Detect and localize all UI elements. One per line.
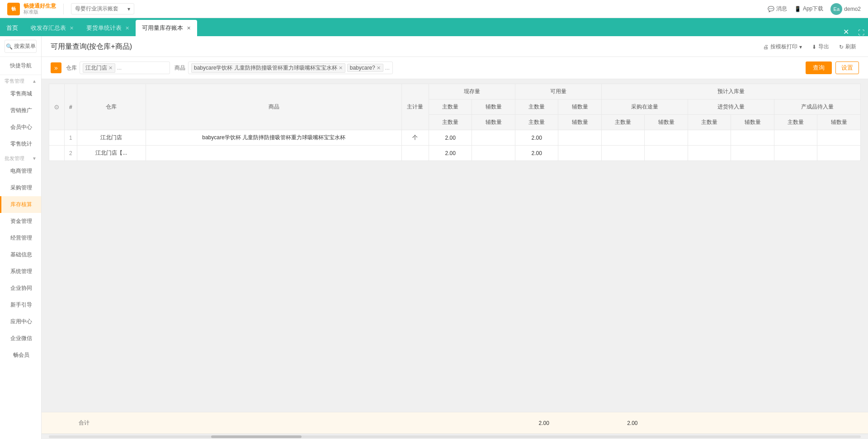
th-pt-main: 主数量	[601, 115, 645, 130]
sidebar-item-member-center[interactable]: 会员中心	[0, 119, 41, 136]
maximize-button[interactable]: ⛶	[854, 29, 868, 36]
page-header: 可用量查询(按仓库+商品) 🖨 按模板打印 ▾ ⬇ 导出 ↻ 刷新	[42, 36, 868, 57]
sidebar-item-vip-label: 畅会员	[13, 351, 29, 359]
filter-expand-button[interactable]: »	[51, 62, 61, 73]
message-button[interactable]: 💬 消息	[768, 5, 787, 13]
product-tag-babycare2-close[interactable]: ✕	[377, 65, 381, 71]
sidebar-item-vip-member[interactable]: 畅会员	[0, 347, 41, 363]
sidebar-wholesale-mgmt-label: 批发管理	[5, 155, 24, 162]
export-icon: ⬇	[812, 44, 816, 50]
top-bar: 畅 畅捷通好生意 标准版 母婴行业演示账套 ▾ 💬 消息 📱 App下载 Ea …	[0, 0, 868, 18]
search-menu-button[interactable]: 🔍 搜索菜单	[5, 40, 37, 53]
tab-home[interactable]: 首页	[0, 20, 24, 36]
summary-pp-aux	[832, 417, 860, 429]
sidebar-item-new-guide[interactable]: 新手引导	[0, 297, 41, 313]
product-tag-babycare2: babycare? ✕	[347, 64, 383, 72]
sidebar-item-purchase-mgmt[interactable]: 采购管理	[0, 179, 41, 196]
th-cs-aux-qty: 辅数量	[472, 115, 515, 130]
product-more-indicator[interactable]: ...	[385, 65, 390, 71]
th-index: #	[65, 84, 77, 130]
refresh-icon: ↻	[839, 44, 844, 50]
sidebar-item-basic-info[interactable]: 基础信息	[0, 246, 41, 263]
brand-name: 畅捷通好生意	[24, 3, 56, 9]
th-pp-main: 主数量	[774, 115, 817, 130]
sidebar-item-enterprise-wechat[interactable]: 企业微信	[0, 330, 41, 347]
th-planned-inbound: 预计入库量	[601, 84, 860, 99]
tab-order-stats-close[interactable]: ✕	[125, 25, 129, 31]
sidebar-item-app-center-label: 应用中心	[10, 318, 32, 326]
sidebar-item-retail-mall[interactable]: 零售商城	[0, 85, 41, 102]
scrollbar-track[interactable]	[49, 435, 861, 438]
industry-selector[interactable]: 母婴行业演示账套 ▾	[71, 3, 134, 14]
horizontal-scrollbar[interactable]	[42, 434, 868, 439]
sidebar-item-app-center[interactable]: 应用中心	[0, 313, 41, 330]
warehouse-more-indicator[interactable]: ...	[117, 65, 122, 71]
sidebar-wholesale-arrow[interactable]: ▼	[32, 156, 37, 161]
filter-actions: 查询 设置	[806, 61, 859, 74]
settings-button[interactable]: 设置	[835, 61, 859, 74]
sidebar-item-basic-info-label: 基础信息	[10, 251, 32, 259]
warehouse-tag-close[interactable]: ✕	[108, 65, 113, 71]
sidebar-nav: 快捷导航	[0, 57, 41, 75]
table-container: ⚙ # 仓库 商品 主计量 现存量 可用量 预计入库量 主数量 辅	[42, 79, 868, 412]
th-settings[interactable]: ⚙	[49, 84, 65, 130]
app-download-button[interactable]: 📱 App下载	[794, 5, 823, 13]
th-avail-aux: 辅数量	[558, 99, 602, 115]
sidebar-search-area: 🔍 搜索菜单	[0, 36, 41, 57]
tab-available-stock-close[interactable]: ✕	[187, 25, 191, 31]
product-tag-babycare-close[interactable]: ✕	[339, 65, 343, 71]
summary-pt-aux	[719, 417, 747, 429]
sidebar-item-inventory-check[interactable]: 库存核算	[0, 196, 41, 213]
tab-receive-summary-close[interactable]: ✕	[70, 25, 74, 31]
tab-order-stats[interactable]: 要货单统计表 ✕	[80, 20, 136, 36]
th-inbound-pending: 进货待入量	[688, 99, 774, 115]
summary-pt-main	[691, 417, 719, 429]
sidebar-item-retail-stats[interactable]: 零售统计	[0, 136, 41, 152]
sidebar-item-enterprise-collab[interactable]: 企业协同	[0, 280, 41, 297]
query-button[interactable]: 查询	[806, 61, 832, 74]
export-button[interactable]: ⬇ 导出	[809, 42, 832, 52]
th-av-aux-qty: 辅数量	[558, 115, 602, 130]
user-profile[interactable]: Ea demo2	[830, 3, 861, 15]
print-template-chevron: ▾	[799, 44, 802, 50]
tab-order-stats-label: 要货单统计表	[86, 24, 122, 32]
close-all-tabs-button[interactable]: ✕	[838, 28, 854, 36]
tab-available-stock[interactable]: 可用量库存账本 ✕	[136, 20, 197, 36]
sidebar-retail-mgmt-group: 零售管理 ▲	[0, 75, 41, 85]
column-settings-icon[interactable]: ⚙	[54, 104, 60, 111]
sidebar-quick-nav[interactable]: 快捷导航	[0, 59, 41, 73]
print-template-button[interactable]: 🖨 按模板打印 ▾	[760, 42, 805, 52]
sidebar-item-ecommerce-label: 电商管理	[10, 167, 32, 175]
data-table: ⚙ # 仓库 商品 主计量 现存量 可用量 预计入库量 主数量 辅	[49, 84, 861, 161]
product-tag-babycare: babycare学饮杯 儿童防摔防撞吸管杯重力球吸嘴杯宝宝水杯 ✕	[191, 63, 345, 73]
summary-bar: 合计 2.00 2.00	[42, 412, 868, 434]
summary-label: 合计	[74, 417, 184, 429]
sidebar-item-marketing[interactable]: 营销推广	[0, 102, 41, 119]
sidebar: 🔍 搜索菜单 快捷导航 零售管理 ▲ 零售商城 营销推广 会员中心 零售统计 批…	[0, 36, 42, 439]
sidebar-item-system-mgmt[interactable]: 系统管理	[0, 263, 41, 280]
sidebar-retail-mgmt-arrow[interactable]: ▲	[32, 79, 37, 84]
th-pt-aux: 辅数量	[645, 115, 688, 130]
warehouse-tag-container[interactable]: 江北门店 ✕ ...	[80, 61, 170, 74]
download-icon: 📱	[794, 6, 801, 12]
refresh-button[interactable]: ↻ 刷新	[836, 42, 859, 52]
th-purchase-transit: 采购在途量	[601, 99, 688, 115]
table-scroll-container[interactable]: ⚙ # 仓库 商品 主计量 现存量 可用量 预计入库量 主数量 辅	[49, 84, 861, 161]
summary-current-main: 2.00	[514, 417, 574, 429]
main-layout: 🔍 搜索菜单 快捷导航 零售管理 ▲ 零售商城 营销推广 会员中心 零售统计 批…	[0, 36, 868, 439]
table-row: 1 江北门店 babycare学饮杯 儿童防摔防撞吸管杯重力球吸嘴杯宝宝水杯 个…	[49, 130, 861, 146]
th-cs-main-qty: 主数量	[429, 115, 472, 130]
sidebar-item-ecommerce-mgmt[interactable]: 电商管理	[0, 163, 41, 179]
product-tag-container[interactable]: babycare学饮杯 儿童防摔防撞吸管杯重力球吸嘴杯宝宝水杯 ✕ babyca…	[188, 61, 393, 74]
table-row: 2 江北门店【... 2.00 2.00	[49, 146, 861, 161]
product-filter-label: 商品	[175, 64, 185, 72]
scrollbar-thumb[interactable]	[211, 435, 302, 438]
sidebar-item-operation-mgmt[interactable]: 经营管理	[0, 230, 41, 246]
top-bar-right: 💬 消息 📱 App下载 Ea demo2	[768, 3, 861, 15]
th-current-stock: 现存量	[429, 84, 515, 99]
th-product: 商品	[146, 84, 402, 130]
sidebar-item-finance-mgmt[interactable]: 资金管理	[0, 213, 41, 230]
tab-receive-summary[interactable]: 收发存汇总表 ✕	[24, 20, 80, 36]
warehouse-filter-group: 仓库 江北门店 ✕ ...	[66, 61, 170, 74]
sidebar-item-retail-mall-label: 零售商城	[10, 90, 32, 98]
